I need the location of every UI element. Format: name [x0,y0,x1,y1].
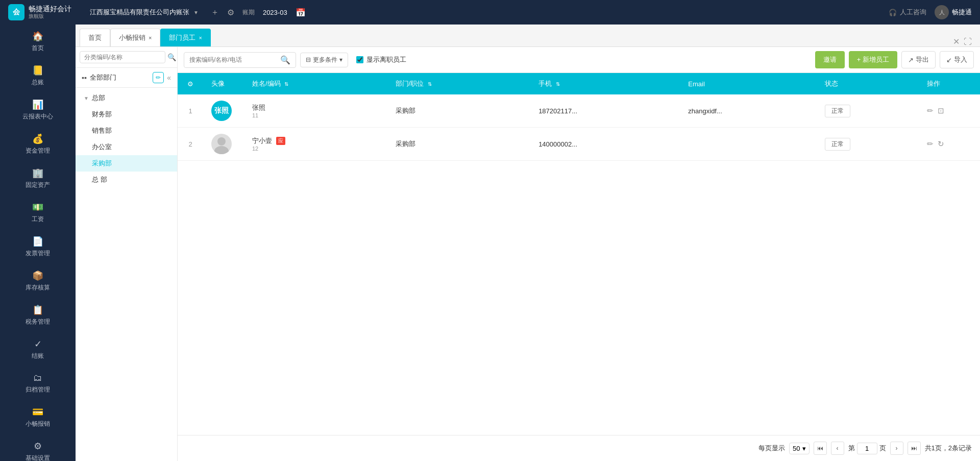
dept-tree-item-general[interactable]: 总 部 [76,172,177,188]
sidebar-item-reports[interactable]: 📊 云报表中心 [0,93,76,127]
show-resigned-checkbox[interactable] [356,56,363,63]
refresh-icon-2[interactable]: ↻ [938,139,944,149]
svg-point-0 [217,137,226,145]
company-selector[interactable]: 江西服宝精品有限责任公司内账张 ▼ [84,8,205,17]
add-employee-button[interactable]: + 新增员工 [849,51,897,68]
first-page-button[interactable]: ⏮ [814,442,827,455]
search-icon[interactable]: 🔍 [280,55,290,65]
user-area[interactable]: 人 畅捷通 [935,5,972,19]
sidebar-item-ledger[interactable]: 📒 总账 [0,59,76,93]
last-page-button[interactable]: ⏭ [908,442,921,455]
col-name[interactable]: 姓名/编码 ⇅ [244,73,387,94]
export-button[interactable]: ↗ 导出 [901,51,936,68]
next-page-button[interactable]: › [890,442,903,455]
expense-icon: 💳 [32,406,43,418]
table-row: 2 [178,128,980,161]
sidebar-item-label: 税务管理 [26,318,50,326]
chevron-down-icon: ▼ [193,10,199,15]
filter-more-button[interactable]: ⊟ 更多条件 ▾ [300,53,348,67]
col-status: 状态 [817,73,919,94]
row-actions-2: ✏ ↻ [919,128,980,161]
import-button[interactable]: ↙ 导入 [940,51,974,68]
dept-edit-button[interactable]: ✏ [153,72,164,83]
dept-item-label: 采购部 [92,159,112,167]
filter-label: 更多条件 [313,56,337,64]
page-content: 🔍 ▪▪ 全部部门 ✏ « ▼ 总部 财务部 [76,47,980,461]
sidebar-item-checkout[interactable]: ✓ 结账 [0,332,76,367]
dept-tree: ▼ 总部 财务部 销售部 办公室 采购部 [76,88,177,461]
checkout-icon: ✓ [34,338,42,350]
sidebar-item-label: 小畅报销 [26,420,50,428]
per-page-value: 50 [793,445,800,452]
all-dept-label: 全部部门 [90,73,150,82]
maximize-icon[interactable]: ⛶ [964,37,972,46]
sidebar-item-label: 资金管理 [26,147,50,155]
home-icon: 🏠 [32,31,43,42]
logout-icon-1[interactable]: ⊡ [938,106,944,115]
sidebar-item-label: 云报表中心 [22,112,53,121]
dept-item-label: 办公室 [92,143,112,151]
tab-dept-emp[interactable]: 部门员工 × [160,29,210,46]
add-icon[interactable]: ＋ [211,7,219,18]
sidebar-item-label: 工资 [32,215,44,224]
close-window-icon[interactable]: ✕ [953,37,960,46]
dept-tree-item-sales[interactable]: 销售部 [76,123,177,139]
employee-search-input[interactable] [189,56,277,63]
logo-icon: 会 [8,4,24,20]
service-button[interactable]: 🎧 人工咨询 [889,8,926,17]
per-page-select[interactable]: 50 ▾ [789,443,809,454]
col-phone[interactable]: 手机 ⇅ [530,73,680,94]
sidebar-item-inventory[interactable]: 📦 库存核算 [0,264,76,298]
sidebar-item-home[interactable]: 🏠 首页 [0,25,76,59]
tab-dept-emp-close-icon[interactable]: × [199,35,202,41]
dept-tree-item-headquarters[interactable]: ▼ 总部 [76,90,177,106]
tag-badge-2: 应 [276,137,285,145]
row-actions-1: ✏ ⊡ [919,94,980,128]
sidebar-item-label: 首页 [32,44,44,53]
calendar-icon[interactable]: 📅 [296,8,306,17]
tab-home[interactable]: 首页 [80,29,110,46]
employee-toolbar: 🔍 ⊟ 更多条件 ▾ 显示离职员工 邀请 + 新增员工 [178,47,980,73]
dept-search-input[interactable] [80,51,165,63]
sidebar-item-assets[interactable]: 🏢 固定资产 [0,161,76,196]
row-avatar-1: 张照 [203,94,244,128]
col-dept[interactable]: 部门/职位 ⇅ [387,73,531,94]
tab-expense-close-icon[interactable]: × [149,35,152,41]
sidebar-item-archive[interactable]: 🗂 归档管理 [0,367,76,400]
employee-search-box[interactable]: 🔍 [184,52,296,68]
col-actions: 操作 [919,73,980,94]
prev-page-button[interactable]: ‹ [831,442,844,455]
dept-tree-item-finance[interactable]: 财务部 [76,106,177,123]
sidebar-item-salary[interactable]: 💵 工资 [0,196,76,230]
pagination: 每页显示 50 ▾ ⏮ ‹ 第 页 › ⏭ 共1页，2条记录 [178,435,980,461]
col-settings[interactable]: ⚙ [178,73,203,94]
sidebar-item-tax[interactable]: 📋 税务管理 [0,298,76,332]
headset-icon: 🎧 [889,9,897,16]
sidebar-item-settings[interactable]: ⚙ 基础设置 [0,434,76,461]
sidebar-item-expense[interactable]: 💳 小畅报销 [0,400,76,434]
tab-bar: 首页 小畅报销 × 部门员工 × ✕ ⛶ [76,25,980,47]
page-unit-label: 页 [879,444,886,453]
dept-search-icon[interactable]: 🔍 [167,53,176,61]
dept-tree-item-office[interactable]: 办公室 [76,139,177,155]
edit-icon-1[interactable]: ✏ [927,106,934,115]
dept-item-label: 财务部 [92,110,112,118]
page-number-input[interactable] [857,443,877,454]
status-badge-1: 正常 [825,105,850,117]
dept-panel: 🔍 ▪▪ 全部部门 ✏ « ▼ 总部 财务部 [76,47,178,461]
sidebar-item-label: 发票管理 [26,249,50,258]
settings-icon[interactable]: ⚙ [227,8,234,17]
tab-expense[interactable]: 小畅报销 × [110,29,160,46]
edit-icon-2[interactable]: ✏ [927,139,934,149]
dept-tree-item-purchase[interactable]: 采购部 [76,155,177,172]
collapse-icon[interactable]: « [167,74,171,82]
sidebar-item-funds[interactable]: 💰 资金管理 [0,127,76,161]
export-label: 导出 [916,55,929,64]
top-actions: ＋ ⚙ 账期 2023-03 📅 [211,7,306,18]
table-row: 1 张照 张照 11 [178,94,980,128]
row-email-1: zhangxidf... [680,94,817,128]
invite-button[interactable]: 邀请 [815,51,845,68]
sidebar-item-invoice[interactable]: 📄 发票管理 [0,230,76,264]
content-area: 首页 小畅报销 × 部门员工 × ✕ ⛶ 🔍 [76,25,980,461]
sidebar: 🏠 首页 📒 总账 📊 云报表中心 💰 资金管理 🏢 固定资产 💵 工资 📄 发… [0,25,76,461]
